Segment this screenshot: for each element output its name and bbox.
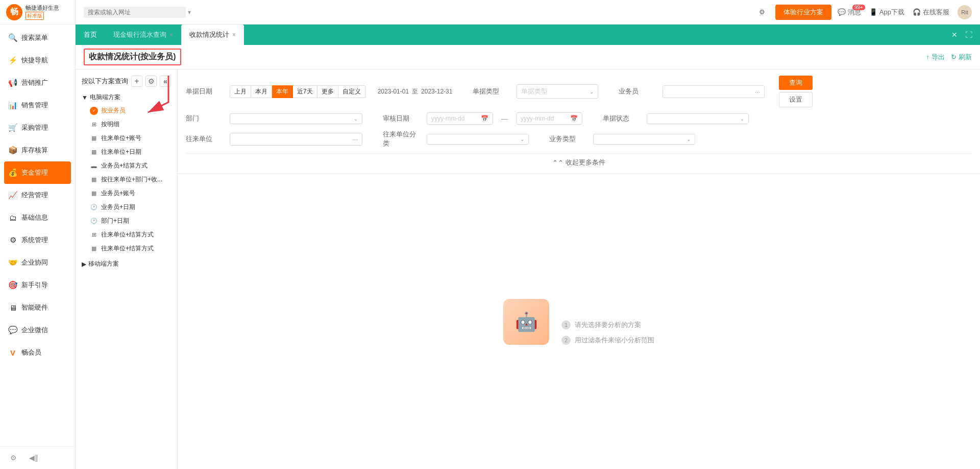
dept-select[interactable]: ⌄ bbox=[230, 113, 362, 124]
mobile-section: ▶ 移动端方案 bbox=[80, 257, 173, 270]
topbar-right: 💬 消息 99+ 📱 App下载 🎧 在线客服 Rit bbox=[838, 5, 972, 19]
collapse-btn[interactable]: ⌃⌃ 收起更多条件 bbox=[552, 158, 605, 167]
content-area: 按以下方案查询 + ⚙ « ▼ 电脑端方案 ✓ 按业务员 ⊞ bbox=[76, 69, 980, 469]
panel-header-actions: + ⚙ « bbox=[131, 76, 171, 87]
date-btn-last-month[interactable]: 上月 bbox=[230, 85, 251, 98]
breadcrumb-arrow[interactable]: ▾ bbox=[188, 9, 191, 16]
sidebar-item-system[interactable]: ⚙ 系统管理 bbox=[0, 229, 75, 251]
sidebar-item-enterprise[interactable]: 🤝 企业协同 bbox=[0, 251, 75, 274]
message-btn[interactable]: 💬 消息 99+ bbox=[838, 8, 861, 17]
tree-item-detail[interactable]: ⊞ 按明细 bbox=[80, 118, 173, 131]
tree-item-detail-label: 按明细 bbox=[101, 120, 119, 129]
export-button[interactable]: ↑ 导出 bbox=[926, 53, 945, 62]
doc-type-select[interactable]: 单据类型 ⌄ bbox=[517, 84, 598, 99]
tab-collection-stat-close[interactable]: × bbox=[232, 31, 236, 38]
salesperson-date-icon: 🕐 bbox=[90, 203, 98, 212]
calendar-icon-end: 📅 bbox=[570, 115, 578, 122]
sidebar-item-vip[interactable]: V 畅会员 bbox=[0, 341, 75, 364]
sidebar-item-purchase[interactable]: 🛒 采购管理 bbox=[0, 116, 75, 139]
tab-collection-stat[interactable]: 收款情况统计 × bbox=[181, 25, 244, 45]
date-btn-7days[interactable]: 近7天 bbox=[293, 85, 317, 98]
doc-type-label: 单据类型 bbox=[473, 87, 508, 96]
tree-item-partner-dept-label: 按往来单位+部门+收... bbox=[101, 175, 162, 184]
sidebar-item-basic[interactable]: 🗂 基础信息 bbox=[0, 206, 75, 229]
system-icon: ⚙ bbox=[8, 236, 17, 245]
address-input[interactable] bbox=[84, 7, 186, 18]
sidebar-item-operation[interactable]: 📈 经营管理 bbox=[0, 184, 75, 206]
counterpart-category-arrow: ⌄ bbox=[520, 136, 524, 142]
panel-collapse-btn[interactable]: « bbox=[160, 76, 171, 87]
tree-item-partner-settlement1[interactable]: ⊞ 往来单位+结算方式 bbox=[80, 228, 173, 242]
mobile-section-header[interactable]: ▶ 移动端方案 bbox=[80, 257, 173, 270]
marketing-icon: 📢 bbox=[8, 78, 17, 87]
tree-item-partner-dept[interactable]: ▦ 按往来单位+部门+收... bbox=[80, 173, 173, 186]
date-btn-this-month[interactable]: 本月 bbox=[251, 85, 272, 98]
filter-settings-button[interactable]: 设置 bbox=[779, 92, 813, 107]
tab-home[interactable]: 首页 bbox=[76, 25, 105, 45]
counterpart-more-btn[interactable]: ··· bbox=[352, 135, 358, 143]
sidebar-item-finance[interactable]: 💰 资金管理 bbox=[4, 161, 71, 184]
refresh-button[interactable]: ↻ 刷新 bbox=[951, 53, 972, 62]
sidebar-item-search[interactable]: 🔍 搜索菜单 bbox=[0, 27, 75, 49]
user-avatar[interactable]: Rit bbox=[958, 5, 972, 19]
nav-label-vip: 畅会员 bbox=[21, 348, 41, 357]
calendar-icon-start: 📅 bbox=[481, 115, 488, 122]
sidebar-item-marketing[interactable]: 📢 营销推广 bbox=[0, 72, 75, 94]
export-label: 导出 bbox=[932, 53, 945, 62]
tree-item-partner-account[interactable]: ▦ 往来单位+账号 bbox=[80, 131, 173, 145]
panel-header: 按以下方案查询 + ⚙ « bbox=[80, 76, 173, 87]
query-button[interactable]: 查询 bbox=[779, 76, 813, 90]
tab-bank-flow[interactable]: 现金银行流水查询 × bbox=[105, 25, 181, 45]
online-service-btn[interactable]: 🎧 在线客服 bbox=[913, 8, 949, 17]
partner-date-icon: ▦ bbox=[90, 148, 98, 156]
sidebar-item-inventory[interactable]: 📦 库存核算 bbox=[0, 139, 75, 161]
sales-icon: 📊 bbox=[8, 101, 17, 110]
counterpart-category-select[interactable]: ⌄ bbox=[427, 134, 529, 145]
review-date-start[interactable]: yyyy-mm-dd 📅 bbox=[427, 112, 493, 125]
sidebar-item-sales[interactable]: 📊 销售管理 bbox=[0, 94, 75, 116]
settings-gear-btn[interactable]: ⚙ bbox=[755, 5, 769, 19]
wechat-icon: 💬 bbox=[8, 325, 17, 335]
panel-settings-btn[interactable]: ⚙ bbox=[145, 76, 157, 87]
footer-settings-btn[interactable]: ⚙ bbox=[6, 451, 20, 465]
inventory-icon: 📦 bbox=[8, 146, 17, 155]
biz-type-select[interactable]: ⌄ bbox=[593, 134, 695, 145]
panel-add-btn[interactable]: + bbox=[131, 76, 142, 87]
sidebar-item-wechat[interactable]: 💬 企业微信 bbox=[0, 319, 75, 341]
date-btn-custom[interactable]: 自定义 bbox=[338, 85, 365, 98]
review-date-end[interactable]: yyyy-mm-dd 📅 bbox=[516, 112, 582, 125]
window-maximize-btn[interactable]: ⛶ bbox=[964, 30, 974, 40]
tree-item-salesperson-date[interactable]: 🕐 业务员+日期 bbox=[80, 200, 173, 214]
tree-item-partner-settlement2[interactable]: ▦ 往来单位+结算方式 bbox=[80, 242, 173, 255]
review-date-separator: — bbox=[501, 115, 508, 123]
footer-collapse-btn[interactable]: ◀‖ bbox=[27, 451, 41, 465]
salesperson-more[interactable]: ··· bbox=[755, 88, 761, 96]
tree-item-partner-date[interactable]: ▦ 往来单位+日期 bbox=[80, 145, 173, 159]
app-download-btn[interactable]: 📱 App下载 bbox=[869, 8, 904, 17]
tree-item-salesperson-settlement[interactable]: ▬ 业务员+结算方式 bbox=[80, 159, 173, 173]
window-close-btn[interactable]: ✕ bbox=[949, 30, 960, 40]
date-btn-this-year[interactable]: 本年 bbox=[272, 85, 293, 98]
doc-status-select[interactable]: ⌄ bbox=[647, 113, 749, 124]
date-btn-more[interactable]: 更多 bbox=[317, 85, 338, 98]
sidebar-item-quick[interactable]: ⚡ 快捷导航 bbox=[0, 49, 75, 72]
desktop-section-header[interactable]: ▼ 电脑端方案 bbox=[80, 91, 173, 104]
tree-item-salesperson-account[interactable]: ▦ 业务员+账号 bbox=[80, 186, 173, 200]
trial-button[interactable]: 体验行业方案 bbox=[775, 5, 831, 20]
nav-label-marketing: 营销推广 bbox=[21, 78, 48, 87]
date-range-display: 2023-01-01 至 2023-12-31 bbox=[378, 87, 453, 96]
tree-item-by-salesperson[interactable]: ✓ 按业务员 bbox=[80, 104, 173, 118]
tree-item-dept-date[interactable]: 🕐 部门+日期 bbox=[80, 214, 173, 228]
salesperson-select[interactable]: ··· bbox=[663, 85, 765, 98]
nav-label-sales: 销售管理 bbox=[21, 101, 48, 110]
sidebar-item-hardware[interactable]: 🖥 智能硬件 bbox=[0, 296, 75, 319]
desktop-section: ▼ 电脑端方案 ✓ 按业务员 ⊞ 按明细 ▦ 往来单位+账号 ▦ bbox=[80, 91, 173, 255]
counterpart-label: 往来单位 bbox=[186, 134, 222, 144]
tree-item-dept-date-label: 部门+日期 bbox=[101, 217, 129, 225]
review-start-placeholder: yyyy-mm-dd bbox=[431, 115, 464, 122]
tree-item-partner-date-label: 往来单位+日期 bbox=[101, 148, 141, 156]
filter-area: 单据日期 上月 本月 本年 近7天 更多 自定义 2023-01-01 至 20… bbox=[178, 69, 980, 173]
tab-bank-flow-close[interactable]: × bbox=[169, 31, 173, 38]
sidebar-item-guide[interactable]: 🎯 新手引导 bbox=[0, 274, 75, 296]
counterpart-input-wrap[interactable]: ··· bbox=[230, 133, 362, 146]
